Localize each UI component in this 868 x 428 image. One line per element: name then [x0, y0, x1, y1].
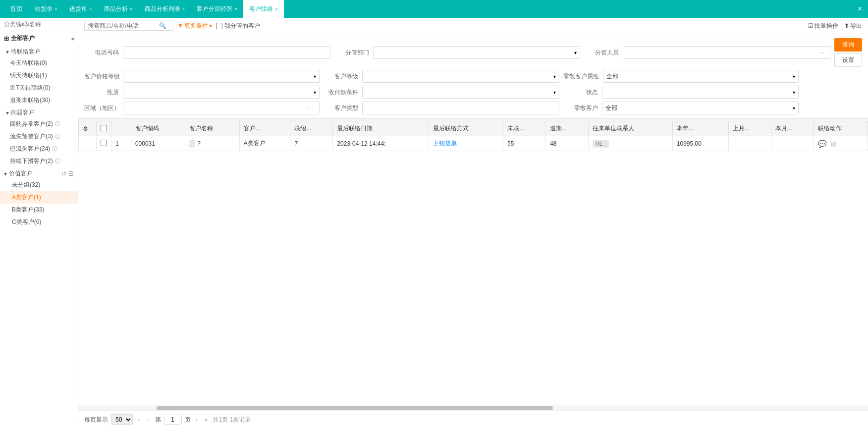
export-button[interactable]: ⬆ 导出 [844, 22, 862, 30]
last-page-button[interactable]: » [203, 416, 210, 423]
settings-button[interactable]: 设置 [834, 54, 862, 67]
name-badge [189, 140, 195, 148]
filter-person-label: 分管人员 [584, 49, 619, 57]
sidebar-item-today[interactable]: 今天待联络(0) [0, 57, 78, 69]
td-customer-type: A类客户 [239, 136, 290, 151]
collapse-sidebar-icon[interactable]: ◂ [71, 35, 74, 42]
refresh-value-icon[interactable]: ↺ [61, 170, 66, 177]
row-checkbox[interactable] [101, 140, 107, 146]
th-overdue[interactable]: 逾期... [545, 121, 588, 136]
th-checkbox[interactable] [97, 121, 111, 136]
person-dots-icon[interactable]: ··· [816, 49, 827, 56]
th-no [111, 121, 131, 136]
page-label: 第 [155, 416, 161, 424]
last-method-link[interactable]: 下销货单 [433, 140, 457, 147]
th-code[interactable]: 客户编码 [131, 121, 185, 136]
horizontal-scrollbar[interactable] [78, 405, 868, 411]
close-purchase-tab[interactable]: × [89, 6, 92, 12]
page-size-select[interactable]: 50 [111, 414, 133, 425]
th-liaison[interactable]: 往来单位联系人 [588, 121, 672, 136]
chevron-down-pending-icon[interactable]: ▾ [6, 49, 9, 55]
search-input[interactable] [88, 22, 157, 29]
td-last-method[interactable]: 下销货单 [429, 136, 503, 151]
close-product-analysis-tab[interactable]: × [130, 6, 133, 12]
more-conditions-button[interactable]: ▼ 更多条件 ▾ [177, 22, 212, 30]
batch-ops-button[interactable]: ☑ 批量操作 [808, 22, 838, 30]
sidebar-item-churn-warning[interactable]: 流失预警客户(3) ⓘ [0, 130, 78, 143]
filter-payment-select[interactable] [362, 86, 559, 99]
sidebar-item-7days[interactable]: 近7天待联络(0) [0, 82, 78, 94]
th-last-date[interactable]: 最后联络日期 [333, 121, 429, 136]
liaison-badge: RE . [593, 140, 609, 148]
prev-page-button[interactable]: ‹ [146, 416, 152, 423]
th-last-month[interactable]: 上月... [728, 121, 771, 136]
th-actions: 联络动作 [814, 121, 868, 136]
filter-dept-select[interactable] [373, 46, 581, 59]
th-name[interactable]: 客户名称 [185, 121, 239, 136]
problem-customers-group: ▾ 问题客户 [0, 107, 78, 118]
filter-icon: ▼ [177, 22, 183, 29]
filter-scatter-select[interactable]: 全部 [602, 102, 799, 114]
td-checkbox[interactable] [97, 136, 111, 151]
region-dots-icon[interactable]: ··· [306, 105, 316, 111]
sidebar-item-churned[interactable]: 已流失客户(24) ⓘ [0, 143, 78, 155]
page-unit-label: 页 [185, 416, 191, 424]
th-this-year[interactable]: 本年... [672, 121, 728, 136]
sidebar-item-unclassified[interactable]: 未分组(32) [0, 179, 78, 191]
my-customers-checkbox[interactable] [216, 23, 222, 29]
th-no-contact[interactable]: 未联... [503, 121, 545, 136]
nav-customer-tier[interactable]: 客户分层经营 × [191, 0, 243, 18]
filter-scatter-attr-select[interactable]: 全部 [603, 70, 799, 83]
nav-purchase[interactable]: 进货单 × [63, 0, 98, 18]
filter-customer-grade-select[interactable] [362, 70, 559, 83]
filter-price-grade-select[interactable] [124, 70, 320, 83]
nav-product-list[interactable]: 商品分析列表 × [139, 0, 191, 18]
sidebar-search-input[interactable] [4, 21, 78, 28]
info-icon-churned: ⓘ [52, 145, 57, 153]
nav-product-analysis[interactable]: 商品分析 × [98, 0, 139, 18]
chevron-down-problem-icon[interactable]: ▾ [6, 109, 9, 116]
all-customers-label: 全部客户 [11, 34, 35, 43]
sidebar-item-c-class[interactable]: C类客户(6) [0, 216, 78, 228]
contact-icon[interactable]: 💬 [818, 140, 826, 148]
chevron-down-value-icon[interactable]: ▾ [4, 170, 7, 177]
filter-nature-select[interactable] [123, 86, 320, 99]
price-grade-chevron-icon [314, 73, 316, 80]
first-page-button[interactable]: « [136, 416, 143, 423]
filter-person-input[interactable]: ··· [623, 46, 830, 59]
close-sales-tab[interactable]: × [54, 6, 57, 12]
next-page-button[interactable]: › [194, 416, 200, 423]
sidebar-item-declining[interactable]: 持续下滑客户(2) ⓘ [0, 155, 78, 167]
th-gear[interactable]: ⚙ [79, 121, 97, 136]
nav-home[interactable]: 首页 [4, 0, 29, 18]
search-submit-icon[interactable]: 🔍 [159, 22, 166, 29]
th-last-method[interactable]: 最后联络方式 [429, 121, 503, 136]
th-this-month[interactable]: 本月... [771, 121, 814, 136]
scrollbar-thumb[interactable] [157, 406, 553, 410]
filter-price-grade: 客户价格等级 [84, 70, 320, 83]
close-product-list-tab[interactable]: × [182, 6, 185, 12]
th-contact[interactable]: 联绍... [290, 121, 333, 136]
sidebar-item-repurchase-abnormal[interactable]: 回购异常客户(2) ⓘ [0, 118, 78, 130]
filter-status-select[interactable] [602, 86, 799, 99]
more-icon[interactable]: ⊞ [830, 140, 836, 148]
select-all-checkbox[interactable] [101, 125, 107, 131]
page-number-input[interactable] [164, 415, 182, 425]
sidebar-item-b-class[interactable]: B类客户(33) [0, 204, 78, 216]
close-customer-tier-tab[interactable]: × [234, 6, 237, 12]
my-customers-checkbox-label[interactable]: 我分管的客户 [216, 22, 260, 30]
filter-region-select[interactable]: ··· [124, 102, 320, 114]
add-value-group-icon[interactable]: ☰ [68, 170, 74, 177]
th-type[interactable]: 客户... [239, 121, 290, 136]
sidebar-item-a-class[interactable]: A类客户(1) [0, 191, 78, 204]
info-icon-declining: ⓘ [55, 158, 60, 165]
close-customer-contact-tab[interactable]: × [275, 6, 278, 12]
query-button[interactable]: 查询 [834, 38, 862, 52]
nav-sales[interactable]: 销货单 × [29, 0, 63, 18]
close-all-button[interactable]: × [858, 4, 864, 13]
nav-customer-contact[interactable]: 客户联络 × [243, 0, 284, 18]
sidebar-item-overdue[interactable]: 逾期未联络(30) [0, 94, 78, 107]
filter-phone-input[interactable] [123, 46, 330, 59]
filter-customer-type-input[interactable] [362, 102, 559, 114]
sidebar-item-tomorrow[interactable]: 明天待联络(1) [0, 69, 78, 82]
